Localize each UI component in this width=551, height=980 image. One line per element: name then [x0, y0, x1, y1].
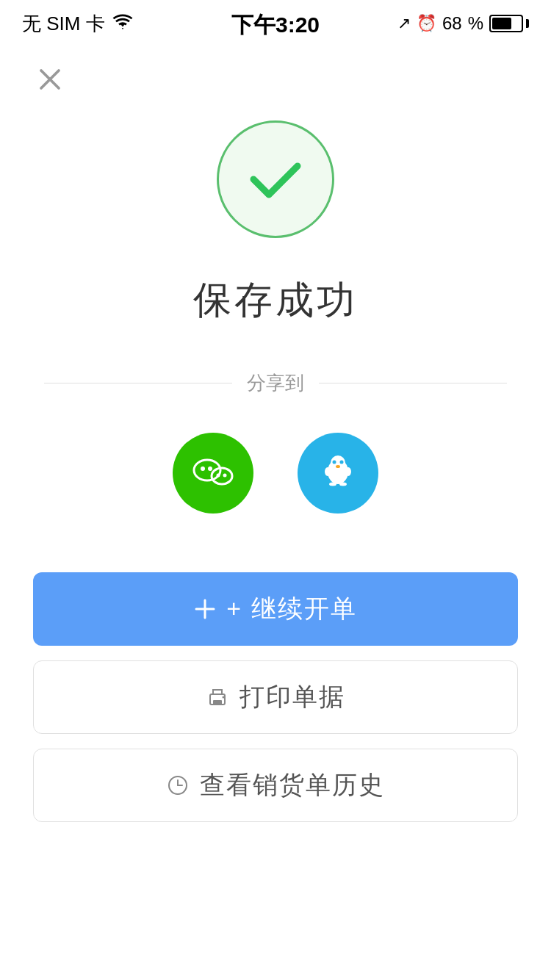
location-icon: ↗ [397, 14, 411, 33]
continue-button[interactable]: + 继续开单 [33, 572, 518, 646]
success-title: 保存成功 [193, 275, 358, 326]
svg-point-21 [223, 696, 225, 699]
carrier-text: 无 SIM 卡 [22, 11, 105, 37]
history-button[interactable]: 查看销货单历史 [33, 749, 518, 822]
svg-point-13 [329, 483, 336, 486]
close-button[interactable] [29, 59, 71, 100]
status-bar: 无 SIM 卡 下午3:20 ↗ ⏰ 68 % [0, 0, 551, 47]
plus-icon [194, 598, 216, 620]
svg-point-7 [223, 474, 227, 478]
svg-point-11 [340, 461, 344, 464]
qq-icon [314, 450, 361, 497]
svg-point-6 [217, 474, 220, 478]
svg-point-4 [201, 466, 205, 471]
continue-label: + 继续开单 [226, 592, 356, 626]
history-label: 查看销货单历史 [200, 768, 385, 802]
print-button[interactable]: 打印单据 [33, 660, 518, 734]
svg-point-10 [333, 461, 336, 464]
svg-rect-20 [213, 700, 222, 705]
wechat-icon [190, 450, 237, 497]
main-content: 保存成功 分享到 [0, 47, 551, 822]
battery-indicator [489, 15, 529, 32]
action-buttons: + 继续开单 打印单据 查看销货单历史 [33, 572, 518, 822]
check-icon [242, 146, 309, 212]
alarm-icon: ⏰ [417, 14, 436, 33]
svg-point-16 [345, 467, 351, 476]
svg-point-12 [336, 465, 340, 468]
svg-point-3 [212, 468, 232, 484]
status-right: ↗ ⏰ 68 % [397, 13, 529, 34]
wechat-share-button[interactable] [173, 433, 253, 514]
divider-right [319, 383, 507, 383]
battery-percent-sign: % [468, 13, 483, 34]
status-time: 下午3:20 [231, 10, 320, 40]
status-left: 无 SIM 卡 [22, 11, 133, 37]
divider-left [44, 383, 232, 383]
success-circle [217, 120, 334, 238]
print-label: 打印单据 [240, 680, 345, 714]
history-icon [166, 774, 190, 797]
battery-percent: 68 [442, 13, 462, 34]
svg-point-14 [339, 483, 347, 486]
wifi-icon [112, 12, 133, 35]
svg-point-5 [208, 466, 212, 471]
share-divider: 分享到 [0, 370, 551, 396]
share-label: 分享到 [232, 370, 319, 396]
svg-point-15 [325, 467, 331, 476]
share-icons-row [173, 433, 378, 514]
print-icon [206, 685, 229, 709]
qq-share-button[interactable] [298, 433, 378, 514]
